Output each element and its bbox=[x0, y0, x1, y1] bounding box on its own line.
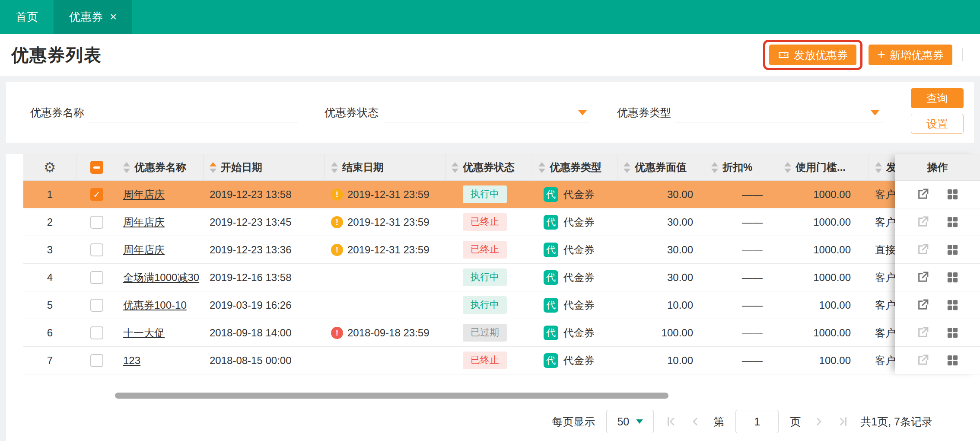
end-date: 2019-12-31 23:59 bbox=[347, 189, 430, 201]
page-suffix: 页 bbox=[790, 415, 801, 429]
add-coupon-button[interactable]: + 新增优惠券 bbox=[869, 45, 952, 65]
row-index: 2 bbox=[23, 208, 76, 236]
coupon-table-card: ⚙ 优惠券名称 开始日期 结束日期 优惠券状态 优惠券类型 优惠券面值 折扣% … bbox=[6, 154, 980, 441]
chevron-down-icon bbox=[578, 110, 587, 115]
row-checkbox[interactable] bbox=[90, 271, 103, 284]
page-prefix: 第 bbox=[713, 415, 724, 429]
page-size-value: 50 bbox=[617, 415, 629, 428]
coupon-type-select[interactable] bbox=[675, 102, 883, 122]
sort-icon bbox=[711, 162, 718, 173]
table-row: 3 周年店庆 2019-12-23 13:36 !2019-12-31 23:5… bbox=[23, 236, 895, 264]
status-badge: 已终止 bbox=[463, 241, 507, 259]
close-tab-icon[interactable]: × bbox=[110, 11, 117, 23]
scrollbar-thumb[interactable] bbox=[115, 393, 668, 399]
coupon-name-input[interactable] bbox=[89, 102, 298, 122]
discount: —— bbox=[705, 347, 778, 374]
column-header-select[interactable] bbox=[76, 154, 117, 180]
coupon-name-link[interactable]: 全场满1000减30 bbox=[123, 271, 199, 284]
per-page-label: 每页显示 bbox=[552, 415, 595, 429]
column-header-name[interactable]: 优惠券名称 bbox=[117, 154, 204, 180]
sort-icon bbox=[452, 162, 458, 173]
issue-action-icon[interactable] bbox=[916, 188, 929, 201]
more-actions-icon[interactable] bbox=[946, 243, 959, 256]
column-header-status[interactable]: 优惠券状态 bbox=[445, 154, 532, 180]
issue-action-icon[interactable] bbox=[916, 298, 929, 312]
coupon-type-icon: 代 bbox=[544, 243, 558, 257]
coupon-name-link[interactable]: 周年店庆 bbox=[123, 215, 165, 229]
issue-action-icon bbox=[916, 326, 929, 339]
issue-mode: 客户 bbox=[869, 181, 895, 208]
column-header-value[interactable]: 优惠券面值 bbox=[617, 154, 705, 180]
select-all-checkbox[interactable] bbox=[90, 161, 103, 174]
sort-icon bbox=[875, 162, 882, 173]
search-button[interactable]: 查询 bbox=[911, 88, 964, 108]
tab-coupon[interactable]: 优惠券 × bbox=[54, 0, 132, 34]
coupon-type-label: 优惠券类型 bbox=[617, 105, 671, 120]
coupon-name-link[interactable]: 周年店庆 bbox=[123, 243, 165, 257]
face-value: 30.00 bbox=[617, 208, 705, 236]
more-actions-icon[interactable] bbox=[946, 271, 959, 284]
issue-coupon-button[interactable]: 发放优惠券 bbox=[769, 45, 856, 65]
column-header-threshold[interactable]: 使用门槛... bbox=[778, 154, 869, 180]
status-badge: 执行中 bbox=[463, 296, 507, 314]
horizontal-scrollbar bbox=[23, 393, 895, 399]
page-size-select[interactable]: 50 bbox=[606, 410, 654, 433]
issue-action-icon bbox=[916, 354, 929, 367]
next-page-icon[interactable] bbox=[812, 415, 825, 428]
more-actions-icon[interactable] bbox=[946, 215, 959, 229]
issue-mode: 客户 bbox=[869, 347, 895, 374]
coupon-type: 代金券 bbox=[563, 326, 595, 340]
coupon-name-link[interactable]: 十一大促 bbox=[123, 326, 165, 340]
table-row: 1 ✓ 周年店庆 2019-12-23 13:58 !2019-12-31 23… bbox=[23, 181, 895, 208]
column-header-end-date[interactable]: 结束日期 bbox=[325, 154, 445, 180]
row-index: 5 bbox=[23, 291, 76, 319]
coupon-name-link[interactable]: 优惠券100-10 bbox=[123, 298, 187, 312]
first-page-icon[interactable] bbox=[665, 415, 678, 428]
header-actions: 发放优惠券 + 新增优惠券 bbox=[763, 40, 963, 70]
column-header-type[interactable]: 优惠券类型 bbox=[532, 154, 617, 180]
row-checkbox[interactable] bbox=[90, 299, 103, 312]
coupon-name-link[interactable]: 123 bbox=[123, 355, 140, 367]
column-header-issue-mode[interactable]: 发 bbox=[869, 154, 895, 180]
last-page-icon[interactable] bbox=[836, 415, 849, 428]
table-header-row: ⚙ 优惠券名称 开始日期 结束日期 优惠券状态 优惠券类型 优惠券面值 折扣% … bbox=[23, 154, 895, 181]
row-actions bbox=[895, 236, 980, 264]
gear-icon[interactable]: ⚙ bbox=[44, 159, 56, 176]
column-header-start-date[interactable]: 开始日期 bbox=[204, 154, 325, 180]
row-checkbox[interactable] bbox=[90, 243, 103, 256]
pagination-bar: 每页显示 50 第 页 共1页, 7条记录 bbox=[6, 410, 932, 433]
issue-action-icon bbox=[916, 215, 929, 229]
column-header-settings[interactable]: ⚙ bbox=[23, 154, 76, 180]
page-number-input[interactable] bbox=[735, 410, 779, 433]
column-label: 发 bbox=[886, 160, 895, 174]
row-checkbox[interactable] bbox=[90, 326, 103, 339]
coupon-status-label: 优惠券状态 bbox=[325, 105, 379, 120]
coupon-name-link[interactable]: 周年店庆 bbox=[123, 188, 165, 201]
more-actions-icon[interactable] bbox=[946, 298, 959, 312]
face-value: 30.00 bbox=[617, 236, 705, 263]
table-row: 6 十一大促 2018-09-18 14:00 !2018-09-18 23:5… bbox=[23, 319, 895, 347]
row-checkbox[interactable] bbox=[90, 354, 103, 367]
prev-page-icon[interactable] bbox=[689, 415, 702, 428]
add-coupon-label: 新增优惠券 bbox=[890, 48, 944, 62]
discount: —— bbox=[705, 208, 778, 236]
threshold: 1000.00 bbox=[778, 208, 869, 236]
coupon-type-icon: 代 bbox=[544, 187, 558, 202]
more-actions-icon[interactable] bbox=[946, 326, 959, 339]
issue-action-icon[interactable] bbox=[916, 271, 929, 284]
more-actions-icon[interactable] bbox=[946, 188, 959, 201]
row-actions bbox=[895, 319, 980, 347]
sort-icon bbox=[538, 162, 545, 173]
more-actions-icon[interactable] bbox=[946, 354, 959, 367]
settings-button[interactable]: 设置 bbox=[911, 114, 964, 134]
row-checkbox[interactable] bbox=[90, 216, 103, 229]
coupon-status-select[interactable] bbox=[383, 102, 590, 122]
row-index: 4 bbox=[23, 264, 76, 291]
table-row: 4 全场满1000减30 2019-12-16 13:58 执行中 代代金券 3… bbox=[23, 264, 895, 291]
tab-home[interactable]: 首页 bbox=[0, 0, 54, 34]
table-row: 2 周年店庆 2019-12-23 13:45 !2019-12-31 23:5… bbox=[23, 208, 895, 236]
start-date: 2019-12-23 13:58 bbox=[204, 181, 325, 208]
issue-mode: 客户 bbox=[869, 319, 895, 346]
row-checkbox[interactable]: ✓ bbox=[90, 188, 103, 201]
column-header-discount[interactable]: 折扣% bbox=[705, 154, 778, 180]
